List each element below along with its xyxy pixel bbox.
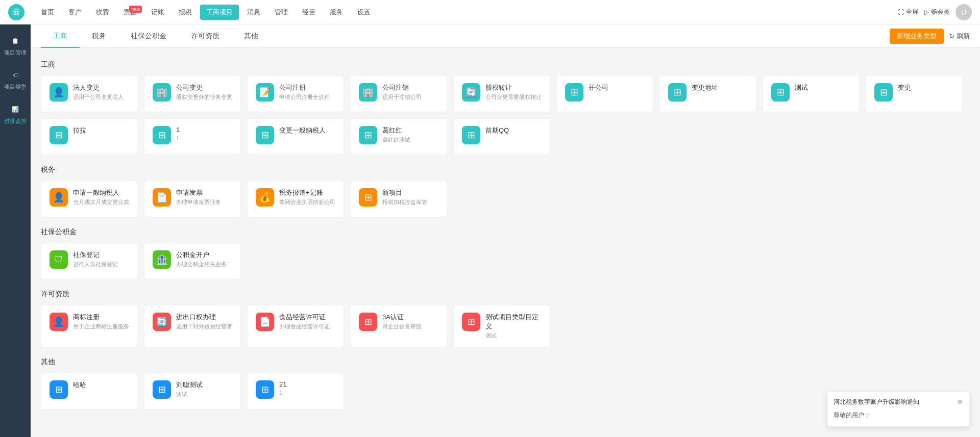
card-拉拉[interactable]: ⊞ 拉拉 [41,118,138,155]
card-变更一般纳税人[interactable]: ⊞ 变更一般纳税人 [247,118,344,155]
card-title: 葛红红 [382,126,438,135]
card-icon-symbol: 👤 [53,192,64,203]
card-新项目[interactable]: ⊞ 新项目 报税加税控盘保管 [350,181,447,217]
card-desc: 适用于对外贸易经营者 [176,323,232,330]
sidebar-item-项目管理[interactable]: 📋 项目管理 [0,30,31,62]
card-icon-symbol: ⊞ [674,87,681,98]
nav-item-经营[interactable]: 经营 [296,5,322,20]
card-icon: 🛡 [50,250,68,269]
card-text: 变更 [898,83,954,93]
tab-actions: 新增业务类型 ↻ 刷新 [890,29,970,44]
card-商标注册[interactable]: 👤 商标注册 用于企业商标注册服务 [41,305,138,347]
card-哈哈[interactable]: ⊞ 哈哈 [41,373,138,409]
card-text: 申请一般纳税人 当月或次月成变更完成 [73,188,129,206]
card-text: 社保登记 进行人员社保登记 [73,250,129,268]
card-title: 3A认证 [382,313,438,322]
card-title: 税务报道+记账 [279,188,335,197]
card-title: 申请一般纳税人 [73,188,129,197]
card-股权转让[interactable]: 🔄 股权转让 公司变更需要股权转让 [453,75,550,112]
card-21[interactable]: ⊞ 21 1 [247,373,344,409]
card-title: 变更一般纳税人 [279,126,335,135]
card-title: 公司变更 [176,83,232,92]
card-title: 公司注册 [279,83,335,92]
fullscreen-btn[interactable]: ⛶ 全屏 [898,8,918,16]
nav-item-设置[interactable]: 设置 [351,5,377,20]
card-icon: ⊞ [565,83,583,101]
nav-item-服务[interactable]: 服务 [324,5,349,20]
tab-bar: 工商税务社保公积金许可资质其他 新增业务类型 ↻ 刷新 [31,24,980,48]
refresh-button[interactable]: ↻ 刷新 [949,32,970,41]
card-公司注销[interactable]: 🏢 公司注销 适用于注销公司 [350,75,447,112]
tab-其他[interactable]: 其他 [232,24,271,48]
card-公积金开户[interactable]: 🏦 公积金开户 办理公积金相关业务 [144,243,241,279]
card-icon-symbol: ⊞ [261,130,269,141]
notification-close[interactable]: ✕ [957,398,963,406]
card-测试[interactable]: ⊞ 测试 [763,75,860,112]
card-text: 商标注册 用于企业商标注册服务 [73,313,129,330]
sidebar-item-项目类型[interactable]: 🏷 项目类型 [0,64,31,96]
notification-title: 河北税务数字账户升级影响通知 [834,398,919,406]
card-变更地址[interactable]: ⊞ 变更地址 [659,75,756,112]
avatar[interactable]: U [955,4,972,20]
card-公司变更[interactable]: 🏢 公司变更 股权变更外的业务变更 [144,75,241,112]
nav-item-首页[interactable]: 首页 [35,5,60,20]
nav-right: ⛶ 全屏 ▷ 畅会员 U [898,4,972,20]
card-text: 变更一般纳税人 [279,126,335,136]
card-desc: 测试 [485,332,542,340]
card-icon-symbol: 📝 [259,87,271,98]
card-3A认证[interactable]: ⊞ 3A认证 对企业信誉评级 [350,305,447,347]
nav-item-收费[interactable]: 收费 [90,5,115,20]
section-title-税务: 税务 [41,165,970,174]
card-icon: 👤 [50,83,68,101]
nav-item-消息[interactable]: 消息 [241,5,266,20]
tab-许可资质[interactable]: 许可资质 [179,24,232,48]
card-刘聪测试[interactable]: ⊞ 刘聪测试 测试 [144,373,241,409]
card-icon-symbol: 📄 [156,192,167,203]
tab-税务[interactable]: 税务 [80,24,118,48]
card-title: 公司注销 [382,83,438,92]
card-社保登记[interactable]: 🛡 社保登记 进行人员社保登记 [41,243,138,279]
card-前期QQ[interactable]: ⊞ 前期QQ [453,118,550,155]
card-开公司[interactable]: ⊞ 开公司 [556,75,653,112]
card-申请一般纳税人[interactable]: 👤 申请一般纳税人 当月或次月成变更完成 [41,181,138,217]
card-进出口权办理[interactable]: 🔄 进出口权办理 适用于对外贸易经营者 [144,305,241,347]
card-icon: 🏢 [359,83,377,101]
refresh-icon: ↻ [949,32,954,40]
nav-item-票据[interactable]: 票据new [117,5,143,20]
card-公司注册[interactable]: 📝 公司注册 申请公司注册全流程 [247,75,344,112]
card-icon: 🔄 [153,313,171,331]
card-申请发票[interactable]: 📄 申请发票 办理申请发票业务 [144,181,241,217]
card-text: 前期QQ [485,126,542,136]
nav-item-记账[interactable]: 记账 [145,5,170,20]
card-法人变更[interactable]: 👤 法人变更 适用于公司变更法人 [41,75,138,112]
card-icon: ⊞ [256,126,274,144]
tab-社保公积金[interactable]: 社保公积金 [118,24,179,48]
nav-item-客户[interactable]: 客户 [62,5,88,20]
card-测试项目类型目定义[interactable]: ⊞ 测试项目类型目定义 测试 [453,305,550,347]
card-desc: 1 [176,135,232,142]
card-变更[interactable]: ⊞ 变更 [866,75,963,112]
card-desc: 进行人员社保登记 [73,261,129,268]
card-icon: 📄 [153,188,171,207]
card-text: 法人变更 适用于公司变更法人 [73,83,129,101]
card-税务报道+记账[interactable]: 💰 税务报道+记账 拿到营业执照的新公司 [247,181,344,217]
card-葛红红[interactable]: ⊞ 葛红红 葛红红测试 [350,118,447,155]
nav-item-管理[interactable]: 管理 [268,5,294,20]
sidebar-item-进度监控[interactable]: 📊 进度监控 [0,98,31,130]
card-desc: 报税加税控盘保管 [382,198,438,206]
card-desc: 适用于注销公司 [382,93,438,101]
nav-item-报税[interactable]: 报税 [173,5,198,20]
card-1[interactable]: ⊞ 1 1 [144,118,241,155]
card-icon: 🔄 [462,83,480,101]
card-icon: 👤 [50,188,68,207]
card-icon-symbol: ⊞ [55,130,63,141]
tab-工商[interactable]: 工商 [41,24,80,48]
card-icon: ⊞ [771,83,790,101]
card-title: 前期QQ [485,126,542,135]
vip-btn[interactable]: ▷ 畅会员 [924,8,949,16]
card-icon-symbol: ⊞ [158,130,166,141]
nav-item-工商项目[interactable]: 工商项目 [200,5,239,20]
new-type-button[interactable]: 新增业务类型 [890,29,944,44]
card-desc: 对企业信誉评级 [382,323,438,330]
card-食品经营许可证[interactable]: 📄 食品经营许可证 办理食品经营许可证 [247,305,344,347]
